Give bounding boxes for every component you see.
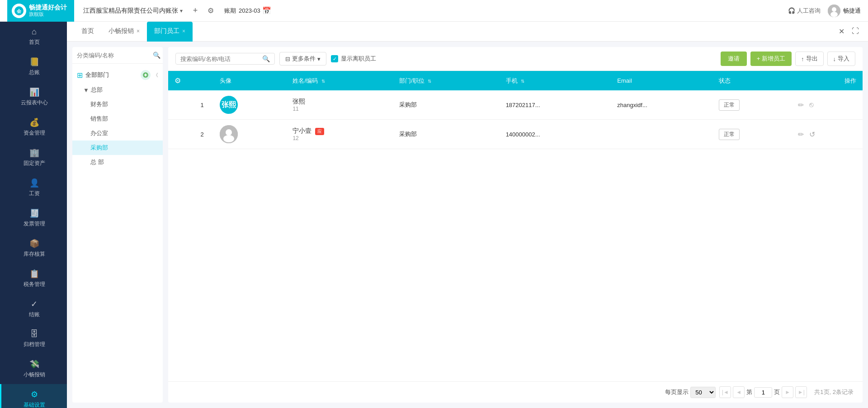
- dept-search-icon[interactable]: 🔍: [153, 52, 160, 59]
- sidebar-item-label: 归档管理: [24, 341, 45, 348]
- dept-search-input[interactable]: [77, 52, 153, 59]
- svg-point-10: [223, 135, 234, 142]
- reports-icon: 📊: [29, 87, 39, 97]
- dept-node-root[interactable]: ▼ 总部: [72, 83, 163, 97]
- per-page-select[interactable]: 50 10 20 100: [690, 387, 716, 398]
- grid-icon: ⊞: [77, 71, 83, 80]
- col-status: 状态: [712, 71, 792, 90]
- avatar: [828, 5, 840, 17]
- company-selector[interactable]: 江西服宝精品有限责任公司内账张 ▾: [83, 7, 184, 15]
- sidebar-item-basic-settings[interactable]: ⚙ 基础设置: [0, 384, 67, 408]
- tab-expense-close[interactable]: ×: [137, 28, 140, 34]
- logo-subtitle: 旗舰版: [29, 11, 67, 18]
- export-button[interactable]: ↑ 导出: [795, 52, 824, 66]
- refresh-icon[interactable]: ↺: [809, 130, 815, 139]
- left-panel: 🔍 ⊞ 全部部门 《 ▼ 总部: [72, 47, 163, 403]
- status-badge: 正常: [719, 99, 740, 111]
- logout-icon[interactable]: ⎋: [809, 101, 814, 109]
- sidebar-item-tax[interactable]: 📋 税务管理: [0, 263, 67, 294]
- sidebar-item-assets[interactable]: 🏢 固定资产: [0, 142, 67, 173]
- collapse-icon[interactable]: 《: [153, 72, 158, 79]
- dept-node-purchase[interactable]: 采购部: [72, 141, 163, 155]
- maximize-icon[interactable]: ⛶: [850, 25, 861, 38]
- logo-area: 会 畅捷通好会计 旗舰版: [7, 0, 74, 22]
- support-button[interactable]: 🎧 人工咨询: [788, 7, 821, 15]
- sidebar-item-funds[interactable]: 💰 资金管理: [0, 112, 67, 142]
- employee-table: ⚙ 头像 姓名/编码 ⇅: [168, 71, 863, 381]
- page-number-input[interactable]: [754, 387, 772, 398]
- close-window-icon[interactable]: ✕: [837, 25, 846, 38]
- search-icon[interactable]: 🔍: [262, 55, 270, 62]
- filter-button[interactable]: ⊟ 更多条件 ▾: [279, 52, 326, 66]
- name-code-block: 张熙 11: [292, 98, 387, 112]
- import-button[interactable]: ↓ 导入: [827, 52, 856, 66]
- export-icon: ↑: [801, 56, 804, 62]
- tab-window-actions: ✕ ⛶: [837, 25, 861, 38]
- edit-icon[interactable]: ✏: [798, 101, 804, 109]
- chevron-down-icon: ▾: [317, 56, 321, 62]
- sidebar-item-ledger[interactable]: 📒 总账: [0, 52, 67, 82]
- calendar-icon[interactable]: 📅: [262, 6, 271, 15]
- payroll-icon: 👤: [29, 178, 39, 188]
- invite-button[interactable]: 邀请: [721, 52, 747, 66]
- table-settings-icon[interactable]: ⚙: [175, 77, 181, 84]
- tab-home[interactable]: 首页: [74, 22, 101, 42]
- col-phone[interactable]: 手机 ⇅: [500, 71, 611, 90]
- dept-node-finance[interactable]: 财务部: [72, 97, 163, 112]
- content-area: 首页 小畅报销 × 部门员工 × ✕ ⛶ 🔍: [67, 22, 868, 408]
- sort-arrows-icon: ⇅: [321, 79, 325, 84]
- col-name-code[interactable]: 姓名/编码 ⇅: [286, 71, 393, 90]
- dept-node-office[interactable]: 办公室: [72, 126, 163, 141]
- row-phone-cell: 187202117...: [500, 90, 611, 120]
- row-dept-cell: 采购部: [393, 120, 500, 149]
- show-resigned-toggle[interactable]: ✓ 显示离职员工: [331, 55, 376, 63]
- sidebar: ⌂ 首页 📒 总账 📊 云报表中心 💰 资金管理 🏢 固定资产 👤 工资 🧾 发…: [0, 22, 67, 408]
- user-area[interactable]: 畅捷通: [828, 5, 861, 17]
- add-company-button[interactable]: +: [189, 5, 202, 17]
- prev-page-button[interactable]: ◄: [733, 386, 745, 398]
- sidebar-item-invoice[interactable]: 🧾 发票管理: [0, 203, 67, 233]
- sidebar-item-settle[interactable]: ✓ 结账: [0, 294, 67, 324]
- total-info: 共1页, 2条记录: [814, 388, 854, 396]
- all-dept-item[interactable]: ⊞ 全部部门 《: [72, 67, 163, 83]
- tab-dept-employee-close[interactable]: ×: [182, 28, 185, 34]
- dept-node-sales[interactable]: 销售部: [72, 112, 163, 126]
- dept-label: 总 部: [90, 158, 104, 166]
- row-avatar-cell: [213, 120, 286, 149]
- sidebar-item-archive[interactable]: 🗄 归档管理: [0, 324, 67, 354]
- dept-node-general[interactable]: 总 部: [72, 155, 163, 169]
- row-action-cell: ✏ ↺: [792, 120, 863, 149]
- row-checkbox-cell: [168, 90, 191, 120]
- sidebar-item-home[interactable]: ⌂ 首页: [0, 22, 67, 52]
- edit-icon[interactable]: ✏: [798, 130, 804, 139]
- settings-icon[interactable]: ⚙: [204, 5, 217, 17]
- employee-code: 11: [292, 106, 387, 112]
- sidebar-item-reports[interactable]: 📊 云报表中心: [0, 82, 67, 112]
- next-page-button[interactable]: ►: [782, 386, 793, 398]
- home-icon: ⌂: [32, 27, 37, 37]
- sidebar-item-payroll[interactable]: 👤 工资: [0, 173, 67, 203]
- top-header: 会 畅捷通好会计 旗舰版 江西服宝精品有限责任公司内账张 ▾ + ⚙ 账期 20…: [0, 0, 868, 22]
- last-page-button[interactable]: ►|: [795, 386, 807, 398]
- toolbar-right: 邀请 + 新增员工 ↑ 导出 ↓ 导入: [721, 52, 855, 66]
- tab-expense-label: 小畅报销: [108, 27, 134, 35]
- tab-expense[interactable]: 小畅报销 ×: [101, 22, 147, 42]
- show-resigned-label: 显示离职员工: [341, 55, 376, 63]
- toolbar: 🔍 ⊟ 更多条件 ▾ ✓ 显示离职员工 邀请 + 新增员工: [168, 47, 863, 71]
- sidebar-item-label: 首页: [29, 38, 40, 46]
- col-dept-pos[interactable]: 部门/职位 ⇅: [393, 71, 500, 90]
- expense-icon: 💸: [29, 359, 39, 369]
- sidebar-item-expense[interactable]: 💸 小畅报销: [0, 354, 67, 384]
- employee-search-field: 🔍: [175, 53, 275, 65]
- tab-dept-employee[interactable]: 部门员工 ×: [147, 22, 193, 42]
- dept-edit-button[interactable]: [141, 70, 151, 80]
- table-row: 1 张熙 张熙 11: [168, 90, 863, 120]
- logo-text-block: 畅捷通好会计 旗舰版: [29, 4, 67, 18]
- col-email: Email: [611, 71, 712, 90]
- dept-label: 财务部: [90, 100, 108, 108]
- sidebar-item-inventory[interactable]: 📦 库存核算: [0, 233, 67, 263]
- employee-search-input[interactable]: [180, 56, 259, 62]
- first-page-button[interactable]: |◄: [719, 386, 731, 398]
- add-employee-button[interactable]: + 新增员工: [750, 52, 792, 66]
- action-icons: ✏ ↺: [798, 130, 856, 139]
